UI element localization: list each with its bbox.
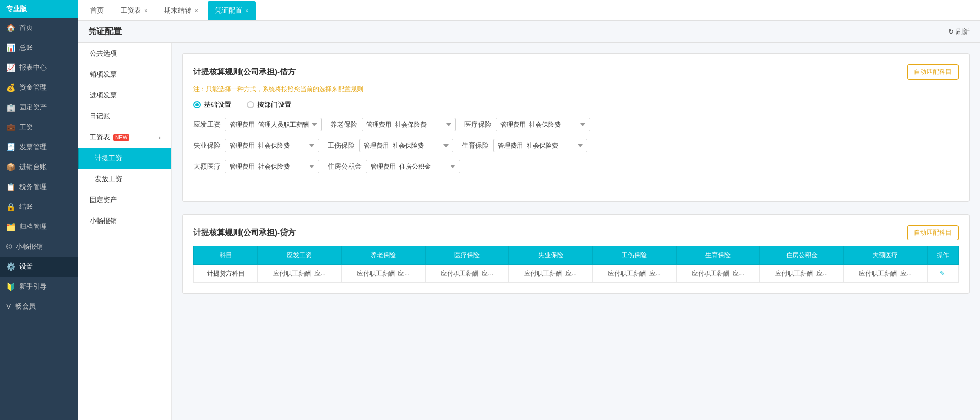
radio-dept[interactable]: 按部门设置 <box>247 100 291 109</box>
form-item-unemployment: 失业保险 管理费用_社会保险费 <box>193 139 319 152</box>
debit-notice: 注：只能选择一种方式，系统将按照您当前的选择来配置规则 <box>193 85 959 94</box>
sidebar-item-label: 首页 <box>19 23 33 32</box>
form-row-3: 大额医疗 管理费用_社会保险费 住房公积金 管理费用_住房公积金 <box>193 160 959 173</box>
sub-nav-pay-salary[interactable]: 发放工资 <box>78 169 171 190</box>
sidebar-item-guide[interactable]: 🔰 新手引导 <box>0 277 78 296</box>
housing-fund-select[interactable]: 管理费用_住房公积金 <box>366 160 460 173</box>
medical-select[interactable]: 管理费用_社会保险费 <box>496 118 590 131</box>
sidebar-item-vip[interactable]: V 畅会员 <box>0 296 78 316</box>
sidebar-item-home[interactable]: 🏠 首页 <box>0 18 78 38</box>
tab-voucher-config-close[interactable]: × <box>245 7 248 14</box>
credit-table-header-row: 科目 应发工资 养老保险 医疗保险 失业保险 工伤保险 生育保险 住房公积金 大… <box>194 246 959 265</box>
sidebar-item-label: 税务管理 <box>19 182 47 192</box>
refresh-icon: ↻ <box>948 28 954 36</box>
pension-label: 养老保险 <box>330 120 357 129</box>
sub-nav-salary-table[interactable]: 工资表 NEW › <box>78 127 171 148</box>
sub-nav-journal[interactable]: 日记账 <box>78 106 171 127</box>
debit-section: 计提核算规则(公司承担)-借方 自动匹配科目 注：只能选择一种方式，系统将按照您… <box>182 53 970 202</box>
debit-divider <box>193 182 959 182</box>
cell-action[interactable]: ✎ <box>927 265 958 283</box>
sidebar-item-label: 总账 <box>19 43 33 52</box>
archive-icon: 🗂️ <box>6 223 15 231</box>
maternity-label: 生育保险 <box>462 141 489 150</box>
tab-period-end[interactable]: 期末结转 × <box>157 1 205 20</box>
col-housing-fund: 住房公积金 <box>760 246 844 265</box>
radio-dept-label: 按部门设置 <box>257 100 291 109</box>
sub-nav-calc-salary[interactable]: 计提工资 <box>78 148 171 169</box>
content-area: 计提核算规则(公司承担)-借方 自动匹配科目 注：只能选择一种方式，系统将按照您… <box>172 43 980 420</box>
radio-basic-label: 基础设置 <box>204 100 231 109</box>
sidebar-item-archive[interactable]: 🗂️ 归档管理 <box>0 217 78 237</box>
sidebar-item-report[interactable]: 📈 报表中心 <box>0 58 78 78</box>
refresh-button[interactable]: ↻ 刷新 <box>948 27 970 37</box>
debit-section-header: 计提核算规则(公司承担)-借方 自动匹配科目 <box>193 64 959 80</box>
unemployment-select[interactable]: 管理费用_社会保险费 <box>225 139 319 152</box>
tab-salary-table-close[interactable]: × <box>144 7 147 14</box>
tab-salary-table[interactable]: 工资表 × <box>113 1 155 20</box>
sidebar: 专业版 🏠 首页 📊 总账 📈 报表中心 💰 资金管理 🏢 固定资产 💼 工资 … <box>0 0 78 420</box>
credit-table: 科目 应发工资 养老保险 医疗保险 失业保险 工伤保险 生育保险 住房公积金 大… <box>193 246 959 283</box>
cell-wages: 应付职工薪酬_应... <box>258 265 342 283</box>
sidebar-item-xiaochang[interactable]: © 小畅报销 <box>0 237 78 257</box>
radio-basic[interactable]: 基础设置 <box>193 100 231 109</box>
sidebar-item-capital[interactable]: 💰 资金管理 <box>0 78 78 97</box>
tab-bar: 首页 工资表 × 期末结转 × 凭证配置 × <box>78 0 980 21</box>
main-area: 首页 工资表 × 期末结转 × 凭证配置 × 凭证配置 ↻ 刷新 公共选项 <box>78 0 980 420</box>
capital-icon: 💰 <box>6 83 15 92</box>
cell-housing-fund: 应付职工薪酬_应... <box>760 265 844 283</box>
sidebar-item-close[interactable]: 🔒 结账 <box>0 197 78 217</box>
cell-pension: 应付职工薪酬_应... <box>341 265 425 283</box>
tab-voucher-config[interactable]: 凭证配置 × <box>208 1 256 20</box>
maternity-select[interactable]: 管理费用_社会保险费 <box>493 139 587 152</box>
home-icon: 🏠 <box>6 24 15 32</box>
col-big-medical: 大额医疗 <box>844 246 928 265</box>
invoice-icon: 🧾 <box>6 143 15 151</box>
credit-auto-match-button[interactable]: 自动匹配科目 <box>907 225 959 240</box>
debit-auto-match-button[interactable]: 自动匹配科目 <box>907 64 959 80</box>
sub-nav-purchase-invoice[interactable]: 进项发票 <box>78 85 171 106</box>
sub-nav-public[interactable]: 公共选项 <box>78 43 171 64</box>
purchase-icon: 📦 <box>6 163 15 171</box>
injury-select[interactable]: 管理费用_社会保险费 <box>359 139 453 152</box>
sidebar-item-label: 发票管理 <box>19 142 47 152</box>
tab-period-end-close[interactable]: × <box>194 7 198 14</box>
salary-icon: 💼 <box>6 123 15 131</box>
injury-label: 工伤保险 <box>328 141 355 150</box>
sidebar-item-salary[interactable]: 💼 工资 <box>0 117 78 137</box>
sub-nav-fixed-assets[interactable]: 固定资产 <box>78 190 171 211</box>
wages-select[interactable]: 管理费用_管理人员职工薪酬 <box>225 118 322 131</box>
report-icon: 📈 <box>6 63 15 72</box>
pension-select[interactable]: 管理费用_社会保险费 <box>362 118 456 131</box>
sidebar-item-assets[interactable]: 🏢 固定资产 <box>0 97 78 117</box>
sidebar-item-settings[interactable]: ⚙️ 设置 <box>0 257 78 277</box>
sub-nav-sales-invoice[interactable]: 销项发票 <box>78 64 171 85</box>
row-edit-button[interactable]: ✎ <box>940 270 945 278</box>
tab-home[interactable]: 首页 <box>83 1 111 20</box>
close-icon: 🔒 <box>6 203 15 211</box>
col-medical: 医疗保险 <box>425 246 509 265</box>
radio-basic-circle <box>193 101 201 108</box>
sidebar-item-label: 报表中心 <box>19 63 47 72</box>
sidebar-item-label: 设置 <box>19 262 33 271</box>
refresh-label: 刷新 <box>956 27 970 37</box>
sub-nav: 公共选项 销项发票 进项发票 日记账 工资表 NEW › 计提工资 发放工资 <box>78 43 172 420</box>
cell-maternity: 应付职工薪酬_应... <box>676 265 760 283</box>
form-item-medical: 医疗保险 管理费用_社会保险费 <box>464 118 590 131</box>
sidebar-item-invoice[interactable]: 🧾 发票管理 <box>0 137 78 157</box>
big-medical-select[interactable]: 管理费用_社会保险费 <box>225 160 319 173</box>
sidebar-item-tax[interactable]: 📋 税务管理 <box>0 177 78 197</box>
sub-nav-expense[interactable]: 小畅报销 <box>78 211 171 231</box>
col-wages: 应发工资 <box>258 246 342 265</box>
cell-medical: 应付职工薪酬_应... <box>425 265 509 283</box>
cell-big-medical: 应付职工薪酬_应... <box>844 265 928 283</box>
sidebar-item-purchase[interactable]: 📦 进销台账 <box>0 157 78 177</box>
radio-group: 基础设置 按部门设置 <box>193 100 959 109</box>
ledger-icon: 📊 <box>6 43 15 52</box>
sidebar-item-ledger[interactable]: 📊 总账 <box>0 38 78 58</box>
page-title: 凭证配置 <box>88 26 122 37</box>
form-item-housing-fund: 住房公积金 管理费用_住房公积金 <box>328 160 460 173</box>
form-row-1: 应发工资 管理费用_管理人员职工薪酬 养老保险 管理费用_社会保险费 医疗保险 <box>193 118 959 131</box>
cell-injury: 应付职工薪酬_应... <box>592 265 676 283</box>
form-item-pension: 养老保险 管理费用_社会保险费 <box>330 118 456 131</box>
sidebar-item-label: 固定资产 <box>19 103 47 112</box>
